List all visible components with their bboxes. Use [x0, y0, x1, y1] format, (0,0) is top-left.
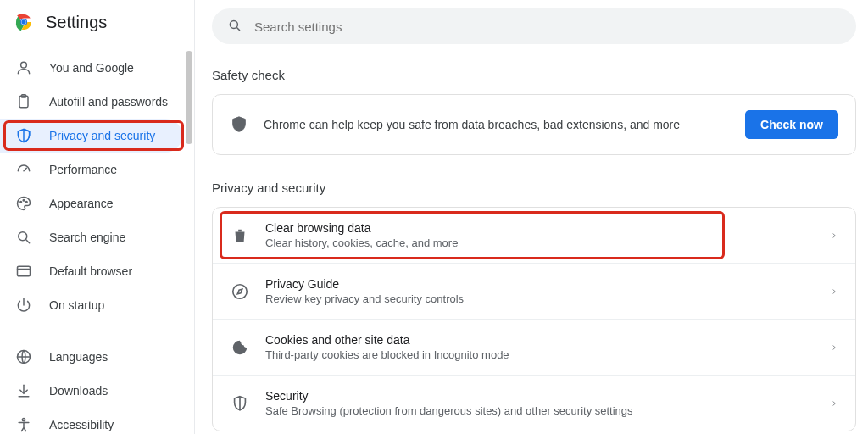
sidebar-item-default-browser[interactable]: Default browser: [0, 254, 182, 288]
row-title: Clear browsing data: [265, 221, 815, 235]
row-subtitle: Third-party cookies are blocked in Incog…: [265, 348, 815, 361]
search-input[interactable]: [254, 19, 841, 34]
row-privacy-guide[interactable]: Privacy Guide Review key privacy and sec…: [213, 263, 855, 319]
person-icon: [15, 59, 32, 76]
safety-check-heading: Safety check: [212, 68, 856, 82]
sidebar-item-label: Appearance: [49, 197, 114, 210]
svg-point-8: [23, 199, 25, 201]
sidebar-item-label: Accessibility: [49, 418, 114, 431]
row-title: Security: [265, 389, 815, 403]
row-cookies[interactable]: Cookies and other site data Third-party …: [213, 319, 855, 375]
sidebar-item-languages[interactable]: Languages: [0, 340, 182, 374]
svg-point-4: [21, 62, 27, 68]
compass-icon: [230, 281, 250, 302]
privacy-security-card: Clear browsing data Clear history, cooki…: [212, 207, 856, 431]
sidebar-item-search-engine[interactable]: Search engine: [0, 220, 182, 254]
settings-app: Settings You and Google Autofill and pas…: [0, 0, 868, 434]
svg-point-15: [233, 284, 248, 298]
globe-icon: [15, 348, 32, 365]
chevron-right-icon: [830, 285, 838, 298]
trash-icon: [230, 225, 250, 246]
accessibility-icon: [15, 416, 32, 433]
sidebar-item-downloads[interactable]: Downloads: [0, 374, 182, 408]
row-subtitle: Review key privacy and security controls: [265, 292, 815, 305]
safety-check-card: Chrome can help keep you safe from data …: [212, 94, 856, 155]
sidebar-item-label: Privacy and security: [49, 129, 155, 142]
sidebar-item-accessibility[interactable]: Accessibility: [0, 408, 182, 434]
main-content: Safety check Chrome can help keep you sa…: [195, 0, 868, 434]
sidebar-header: Settings: [0, 0, 194, 47]
svg-point-7: [20, 202, 22, 203]
svg-point-14: [230, 20, 237, 28]
search-icon: [227, 18, 242, 36]
svg-point-9: [26, 202, 28, 203]
chevron-right-icon: [830, 397, 838, 410]
sidebar-item-label: Default browser: [49, 264, 132, 278]
power-icon: [15, 297, 32, 314]
sidebar-item-label: You and Google: [49, 61, 134, 75]
download-icon: [15, 382, 32, 399]
sidebar-nav: You and Google Autofill and passwords Pr…: [0, 47, 194, 434]
svg-point-3: [21, 19, 25, 24]
sidebar-item-you-and-google[interactable]: You and Google: [0, 51, 182, 85]
svg-point-13: [22, 419, 25, 421]
sidebar: Settings You and Google Autofill and pas…: [0, 0, 195, 434]
row-subtitle: Safe Browsing (protection from dangerous…: [265, 404, 815, 417]
sidebar-item-on-startup[interactable]: On startup: [0, 288, 182, 322]
sidebar-item-label: Downloads: [49, 384, 108, 398]
gauge-icon: [15, 161, 32, 178]
chevron-right-icon: [830, 341, 838, 354]
row-title: Cookies and other site data: [265, 333, 815, 347]
svg-point-18: [236, 349, 238, 351]
privacy-security-heading: Privacy and security: [212, 181, 856, 195]
sidebar-item-performance[interactable]: Performance: [0, 153, 182, 186]
sidebar-scrollbar[interactable]: [186, 51, 192, 144]
sidebar-item-autofill[interactable]: Autofill and passwords: [0, 85, 182, 119]
sidebar-item-label: On startup: [49, 298, 104, 312]
sidebar-item-privacy-security[interactable]: Privacy and security: [0, 119, 182, 153]
palette-icon: [15, 195, 32, 212]
shield-outline-icon: [230, 393, 250, 414]
shield-check-icon: [230, 115, 248, 134]
row-security[interactable]: Security Safe Browsing (protection from …: [213, 375, 855, 431]
nav-divider: [0, 331, 194, 331]
sidebar-item-label: Performance: [49, 163, 117, 176]
check-now-button[interactable]: Check now: [745, 110, 838, 139]
safety-check-message: Chrome can help keep you safe from data …: [264, 118, 730, 131]
svg-point-17: [240, 348, 242, 350]
cookie-icon: [230, 337, 250, 358]
search-bar[interactable]: [212, 8, 856, 44]
row-title: Privacy Guide: [265, 277, 815, 291]
chrome-logo-icon: [14, 12, 34, 32]
row-clear-browsing-data[interactable]: Clear browsing data Clear history, cooki…: [213, 208, 855, 263]
search-icon: [15, 229, 32, 246]
shield-icon: [15, 127, 32, 144]
row-subtitle: Clear history, cookies, cache, and more: [265, 236, 815, 249]
sidebar-item-label: Autofill and passwords: [49, 95, 168, 108]
page-title: Settings: [46, 13, 107, 32]
svg-rect-11: [18, 266, 31, 276]
sidebar-item-appearance[interactable]: Appearance: [0, 186, 182, 220]
svg-point-16: [236, 346, 238, 348]
sidebar-item-label: Search engine: [49, 231, 125, 244]
browser-icon: [15, 263, 32, 280]
chevron-right-icon: [830, 229, 838, 242]
sidebar-item-label: Languages: [49, 350, 108, 364]
clipboard-icon: [15, 93, 32, 110]
